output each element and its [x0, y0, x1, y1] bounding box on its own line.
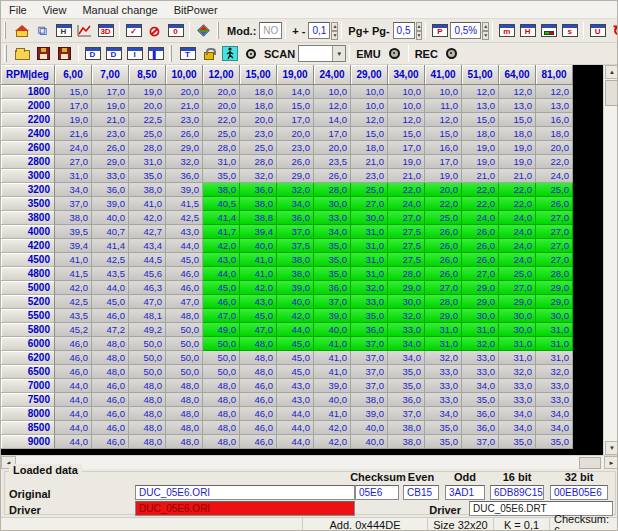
lock-icon[interactable]	[198, 44, 219, 63]
map-cell[interactable]: 40,0	[351, 435, 388, 449]
map-cell[interactable]: 35,0	[536, 435, 573, 449]
map-cell[interactable]: 37,0	[277, 225, 314, 239]
pg-field[interactable]: 0,5	[393, 22, 415, 39]
map-cell[interactable]: 33,0	[462, 365, 499, 379]
map-cell[interactable]: 46,0	[55, 365, 92, 379]
map-cell[interactable]: 37,0	[351, 351, 388, 365]
map-cell[interactable]: 22,0	[536, 155, 573, 169]
map-cell[interactable]: 50,0	[166, 337, 203, 351]
map-cell[interactable]: 29,0	[499, 295, 536, 309]
map-cell[interactable]: 42,5	[92, 253, 129, 267]
map-cell[interactable]: 44,0	[277, 435, 314, 449]
map-cell[interactable]: 18,0	[499, 127, 536, 141]
map-cell[interactable]: 37,0	[351, 337, 388, 351]
map-cell[interactable]: 34,0	[499, 407, 536, 421]
map-cell[interactable]: 48,0	[129, 379, 166, 393]
map-cell[interactable]: 21,0	[92, 113, 129, 127]
map-cell[interactable]: 15,0	[351, 127, 388, 141]
col-header[interactable]: 12,00	[203, 65, 240, 85]
map-cell[interactable]: 41,0	[129, 197, 166, 211]
chevron-down-icon[interactable]: ▼	[332, 46, 345, 61]
map-cell[interactable]: 31,0	[425, 337, 462, 351]
map-cell[interactable]: 10,0	[351, 99, 388, 113]
map-cell[interactable]: 25,0	[351, 183, 388, 197]
map-cell[interactable]: 45,0	[277, 351, 314, 365]
compare-icon[interactable]	[193, 21, 214, 40]
map-cell[interactable]: 41,0	[240, 253, 277, 267]
map-cell[interactable]: 44,0	[55, 379, 92, 393]
map-cell[interactable]: 44,0	[55, 421, 92, 435]
map-cell[interactable]: 42,0	[314, 435, 351, 449]
map-cell[interactable]: 23,0	[92, 127, 129, 141]
map-cell[interactable]: 46,0	[55, 351, 92, 365]
map-cell[interactable]: 29,0	[425, 309, 462, 323]
map-cell[interactable]: 45,0	[277, 365, 314, 379]
map-cell[interactable]: 32,0	[388, 309, 425, 323]
map-cell[interactable]: 12,0	[314, 99, 351, 113]
map-cell[interactable]: 12,0	[462, 85, 499, 99]
map-cell[interactable]: 48,0	[166, 309, 203, 323]
map-cell[interactable]: 32,0	[277, 183, 314, 197]
map-cell[interactable]: 42,0	[203, 239, 240, 253]
original-file-field[interactable]: DUC_05E6.ORI	[135, 485, 355, 500]
map-cell[interactable]: 44,0	[166, 239, 203, 253]
map-cell[interactable]: 17,0	[425, 155, 462, 169]
map-cell[interactable]: 45,6	[129, 267, 166, 281]
map-cell[interactable]: 32,0	[351, 281, 388, 295]
toolbar-grip[interactable]	[217, 22, 219, 39]
map-cell[interactable]: 31,0	[536, 323, 573, 337]
map-cell[interactable]: 48,0	[92, 351, 129, 365]
col-header[interactable]: 29,00	[351, 65, 388, 85]
map-cell[interactable]: 46,0	[166, 267, 203, 281]
graph-2d-icon[interactable]	[74, 21, 95, 40]
map-cell[interactable]: 50,0	[166, 351, 203, 365]
map-cell[interactable]: 46,0	[92, 435, 129, 449]
map-cell[interactable]: 46,0	[240, 407, 277, 421]
map-cell[interactable]: 46,0	[92, 379, 129, 393]
col-header[interactable]: 51,00	[462, 65, 499, 85]
map-cell[interactable]: 46,0	[240, 379, 277, 393]
map-cell[interactable]: 46,0	[240, 421, 277, 435]
table-t-icon[interactable]: T	[177, 44, 198, 63]
map-cell[interactable]: 34,0	[536, 407, 573, 421]
map-cell[interactable]: 24,0	[499, 211, 536, 225]
map-cell[interactable]: 41,7	[203, 225, 240, 239]
map-cell[interactable]: 20,0	[129, 99, 166, 113]
map-cell[interactable]: 34,0	[536, 421, 573, 435]
map-cell[interactable]: 48,0	[166, 407, 203, 421]
map-cell[interactable]: 26,0	[314, 169, 351, 183]
map-cell[interactable]: 46,0	[92, 421, 129, 435]
map-cell[interactable]: 17,0	[277, 113, 314, 127]
save-icon[interactable]	[33, 44, 54, 63]
map-cell[interactable]: 40,7	[92, 225, 129, 239]
map-h-icon[interactable]: H	[517, 21, 538, 40]
map-cell[interactable]: 34,0	[425, 407, 462, 421]
map-cell[interactable]: 42,5	[166, 211, 203, 225]
map-cell[interactable]: 38,0	[388, 435, 425, 449]
map-cell[interactable]: 22,0	[462, 183, 499, 197]
map-cell[interactable]: 29,0	[166, 141, 203, 155]
map-cell[interactable]: 45,0	[240, 309, 277, 323]
apply-changes-icon[interactable]: ✓	[123, 21, 144, 40]
map-cell[interactable]: 50,0	[129, 337, 166, 351]
map-cell[interactable]: 25,0	[536, 183, 573, 197]
map-cell[interactable]: 48,0	[129, 407, 166, 421]
map-cell[interactable]: 10,0	[425, 85, 462, 99]
map-cell[interactable]: 29,0	[92, 155, 129, 169]
map-cell[interactable]: 48,0	[203, 421, 240, 435]
map-cell[interactable]: 35,0	[314, 253, 351, 267]
row-label[interactable]: 3500	[1, 197, 55, 211]
map-cell[interactable]: 45,2	[55, 323, 92, 337]
odd-field[interactable]: 3AD1	[445, 485, 485, 500]
map-cell[interactable]: 19,0	[129, 85, 166, 99]
map-cell[interactable]: 15,0	[462, 113, 499, 127]
map-cell[interactable]: 22,0	[388, 183, 425, 197]
map-cell[interactable]: 47,0	[129, 295, 166, 309]
map-cell[interactable]: 46,3	[129, 281, 166, 295]
map-cell[interactable]: 40,0	[240, 239, 277, 253]
map-cell[interactable]: 15,0	[55, 85, 92, 99]
map-colors-icon[interactable]	[538, 21, 559, 40]
table-d-driver-icon[interactable]: D	[103, 44, 124, 63]
map-cell[interactable]: 24,0	[388, 197, 425, 211]
map-cell[interactable]: 33,0	[425, 393, 462, 407]
